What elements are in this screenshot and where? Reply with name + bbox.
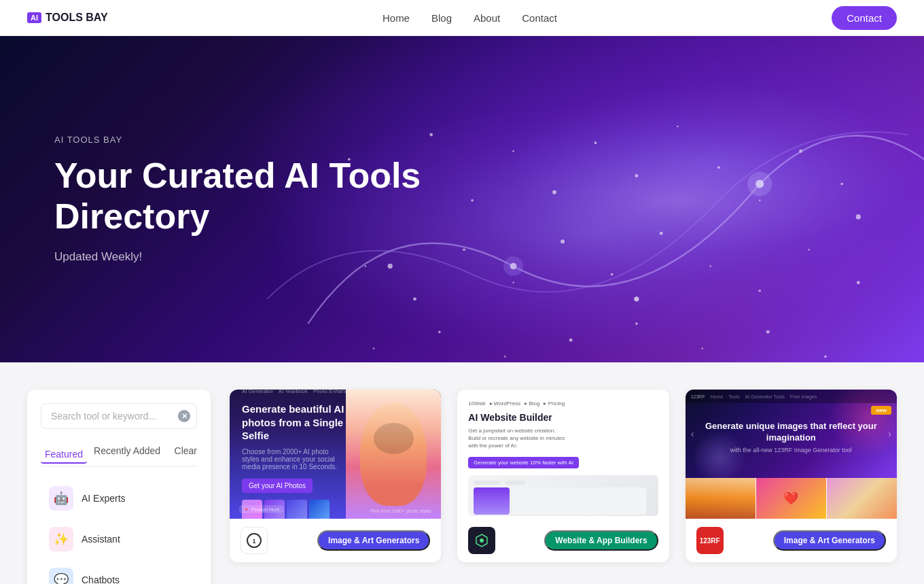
svg-point-20: [611, 273, 614, 276]
tool-logo-123rf: 123RF: [696, 527, 724, 554]
category-item-ai-experts[interactable]: 🤖 AI Experts: [41, 479, 197, 517]
tool-card-10web: 10Web ▸ WordPress ▸ Blog ▸ Pricing AI We…: [457, 390, 669, 562]
search-input[interactable]: [41, 403, 197, 429]
category-list: 🤖 AI Experts ✨ Assistant 💬 Chatbots 💻 Co…: [41, 479, 197, 584]
svg-point-30: [635, 322, 638, 325]
tool-screenshot-aragon: AI GeneratorAI YearbookPhoto EnhancerSty…: [230, 390, 441, 519]
new-badge-text: new: [871, 406, 891, 415]
card2-header: 10Web ▸ WordPress ▸ Blog ▸ Pricing: [468, 400, 658, 407]
tab-recently-added[interactable]: Recently Added: [90, 443, 164, 459]
contact-button[interactable]: Contact: [832, 6, 897, 30]
svg-point-40: [856, 214, 861, 219]
tool-screenshot-10web: 10Web ▸ WordPress ▸ Blog ▸ Pricing AI We…: [457, 390, 669, 519]
nav-blog[interactable]: Blog: [431, 12, 452, 24]
category-item-chatbots[interactable]: 💬 Chatbots: [41, 561, 197, 584]
tool-card-123rf: 123RF Home Tools AI Generator Tools Free…: [686, 390, 897, 562]
card2-bg: 10Web ▸ WordPress ▸ Blog ▸ Pricing AI We…: [457, 390, 669, 519]
card3-sub: with the all-new 123RF Image Generator t…: [696, 447, 886, 453]
thumb-2: ❤️: [756, 478, 826, 519]
card1-headline: Generate beautiful AI photos from a Sing…: [242, 402, 344, 443]
tab-featured[interactable]: Featured: [41, 446, 87, 464]
card3-nav: 123RF Home Tools AI Generator Tools Free…: [686, 390, 897, 403]
category-badge-123rf[interactable]: Image & Art Generators: [773, 530, 886, 551]
tool-card-aragon: AI GeneratorAI YearbookPhoto EnhancerSty…: [230, 390, 441, 562]
tool-logo-10web: [468, 527, 495, 554]
card-bottom-123rf: 123RF Image & Art Generators: [686, 519, 897, 562]
svg-point-38: [634, 296, 639, 301]
nav-home[interactable]: Home: [383, 12, 410, 24]
svg-point-32: [766, 330, 770, 334]
hero-content: AI TOOLS BAY Your Curated AI Tools Direc…: [0, 135, 584, 264]
hero-title: Your Curated AI Tools Directory: [54, 156, 530, 237]
svg-point-28: [504, 356, 505, 357]
tool-screenshot-123rf: 123RF Home Tools AI Generator Tools Free…: [686, 390, 897, 519]
svg-point-22: [709, 265, 711, 267]
svg-point-14: [840, 183, 843, 186]
tools-grid: AI GeneratorAI YearbookPhoto EnhancerSty…: [230, 390, 897, 562]
hero-subtitle: Updated Weekly!: [54, 250, 530, 264]
card2-title: AI Website Builder: [468, 412, 658, 423]
main-content: ✕ Featured Recently Added Clear 🤖 AI Exp…: [0, 362, 924, 584]
sidebar: ✕ Featured Recently Added Clear 🤖 AI Exp…: [27, 390, 211, 584]
svg-point-44: [480, 538, 484, 543]
svg-point-18: [512, 281, 514, 283]
svg-point-29: [569, 339, 573, 342]
category-item-assistant[interactable]: ✨ Assistant: [41, 520, 197, 558]
svg-point-21: [660, 232, 663, 235]
thumb-3: [827, 478, 897, 519]
category-icon-assistant: ✨: [49, 527, 73, 551]
logo-ai-badge: AI: [27, 12, 41, 23]
filter-tabs: Featured Recently Added Clear: [41, 443, 197, 467]
tab-clear[interactable]: Clear: [175, 445, 197, 456]
card1-model-image: [346, 390, 441, 519]
svg-point-24: [808, 249, 810, 250]
hero-eyebrow: AI TOOLS BAY: [54, 135, 530, 145]
svg-point-27: [438, 330, 441, 333]
svg-point-10: [677, 126, 678, 127]
tools-row-main: AI GeneratorAI YearbookPhoto EnhancerSty…: [230, 390, 897, 562]
svg-text:1: 1: [252, 538, 255, 545]
svg-point-26: [373, 347, 374, 349]
nav-links: Home Blog About Contact: [383, 12, 557, 24]
card-bottom-aragon: 1 Image & Art Generators: [230, 519, 441, 562]
svg-point-11: [717, 167, 720, 169]
card3-content: Generate unique images that reflect your…: [686, 421, 897, 453]
style-count: Pick from 2000+ photo styles: [370, 509, 431, 513]
logo-text: TOOLS BAY: [46, 12, 108, 24]
10web-logo-icon: [474, 533, 489, 548]
card3-title: Generate unique images that reflect your…: [696, 421, 886, 444]
svg-point-25: [857, 281, 860, 284]
category-icon-chatbots: 💬: [49, 568, 73, 584]
nav-contact-link[interactable]: Contact: [522, 12, 557, 24]
tool-logo-aragon: 1: [241, 527, 268, 554]
product-hunt-badge: 🔺Product Hunt: [239, 505, 283, 513]
svg-point-15: [365, 265, 366, 267]
svg-point-12: [759, 200, 760, 201]
category-badge-10web[interactable]: Website & App Builders: [544, 530, 658, 551]
card1-cta-btn[interactable]: Get your AI Photos: [242, 479, 313, 493]
svg-point-39: [388, 264, 393, 269]
card1-sub: Choose from 2000+ AI photo styles and en…: [242, 448, 344, 470]
card2-cta[interactable]: Generate your website 10% faster with AI: [468, 457, 579, 468]
svg-point-31: [701, 347, 703, 349]
logo-123rf-text: 123RF: [700, 537, 720, 545]
card3-top: 123RF Home Tools AI Generator Tools Free…: [686, 390, 897, 478]
search-clear-button[interactable]: ✕: [178, 410, 190, 422]
svg-point-37: [747, 171, 772, 196]
category-icon-ai-experts: 🤖: [49, 486, 73, 511]
card1-bg: AI GeneratorAI YearbookPhoto EnhancerSty…: [230, 390, 441, 519]
category-label-ai-experts: AI Experts: [82, 493, 126, 504]
site-logo[interactable]: AI TOOLS BAY: [27, 12, 108, 24]
svg-point-9: [635, 174, 638, 177]
aragon-logo-icon: 1: [246, 532, 262, 549]
svg-point-8: [594, 141, 597, 144]
card2-mockup-content: [468, 475, 658, 516]
card2-mockup: [468, 475, 658, 516]
svg-point-23: [758, 290, 761, 292]
thumb-1: [686, 478, 756, 519]
card3-thumbs: ❤️: [686, 478, 897, 519]
category-label-chatbots: Chatbots: [82, 574, 120, 584]
card-bottom-10web: Website & App Builders: [457, 519, 669, 562]
nav-about[interactable]: About: [474, 12, 500, 24]
category-badge-aragon[interactable]: Image & Art Generators: [317, 530, 430, 551]
